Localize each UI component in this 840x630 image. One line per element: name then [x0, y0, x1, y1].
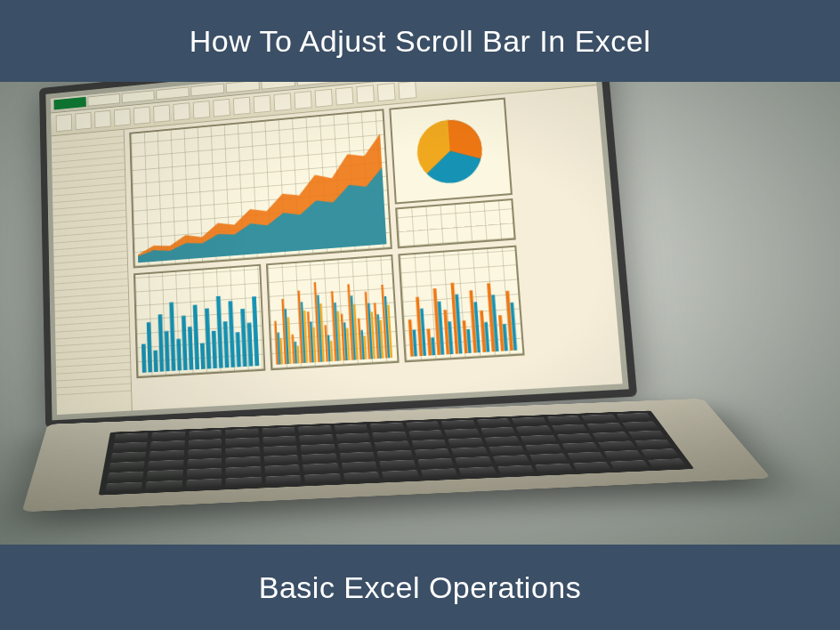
svg-rect-1 — [141, 343, 147, 372]
laptop-illustration — [18, 82, 623, 464]
chart-panes — [125, 85, 623, 410]
svg-rect-9 — [188, 327, 193, 370]
svg-rect-63 — [408, 319, 414, 357]
svg-rect-2 — [147, 322, 152, 372]
area-chart — [129, 109, 392, 268]
data-table — [395, 198, 516, 248]
svg-rect-10 — [193, 305, 199, 370]
excel-body — [52, 85, 623, 415]
hero-photo — [0, 82, 840, 545]
svg-rect-3 — [153, 351, 158, 372]
svg-rect-4 — [158, 314, 165, 371]
bar-chart-left — [133, 264, 265, 378]
top-title: How To Adjust Scroll Bar In Excel — [190, 24, 651, 59]
svg-rect-7 — [176, 339, 182, 371]
svg-rect-15 — [223, 321, 230, 368]
svg-rect-19 — [247, 323, 254, 367]
top-banner: How To Adjust Scroll Bar In Excel — [0, 0, 840, 82]
svg-rect-6 — [169, 303, 175, 371]
svg-rect-13 — [212, 331, 217, 368]
svg-rect-65 — [427, 328, 432, 355]
svg-rect-17 — [236, 332, 241, 367]
laptop-screen-frame — [39, 82, 637, 428]
svg-rect-16 — [228, 301, 235, 368]
svg-rect-69 — [463, 320, 468, 353]
excel-screen — [51, 82, 623, 415]
bar-chart-center — [266, 254, 400, 370]
svg-rect-77 — [431, 337, 435, 355]
svg-rect-20 — [252, 296, 259, 366]
bottom-banner: Basic Excel Operations — [0, 545, 840, 630]
svg-rect-18 — [240, 309, 246, 367]
svg-rect-5 — [165, 331, 170, 371]
svg-rect-12 — [205, 308, 211, 368]
svg-rect-14 — [216, 296, 223, 368]
pie-chart — [389, 98, 513, 205]
bar-chart-right — [398, 246, 524, 363]
svg-rect-23 — [292, 335, 295, 364]
row-headers — [52, 130, 133, 415]
bottom-title: Basic Excel Operations — [259, 570, 582, 605]
svg-rect-11 — [200, 343, 206, 368]
svg-rect-8 — [182, 316, 188, 370]
